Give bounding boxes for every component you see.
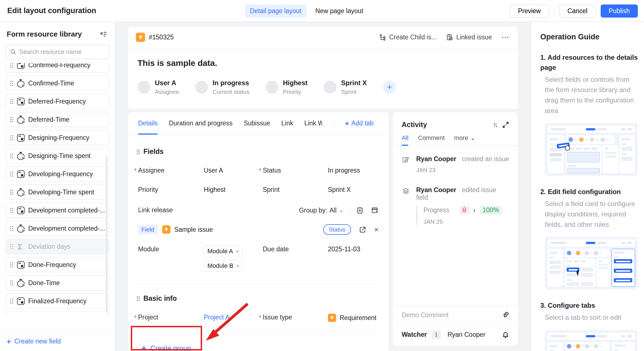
status-pill-button[interactable]: Status <box>323 224 351 235</box>
changed-field-name: Progress <box>423 206 449 214</box>
list-item[interactable]: Deviation days <box>6 239 109 254</box>
search-box <box>6 45 109 59</box>
activity-user[interactable]: Ryan Cooper <box>416 155 456 163</box>
publish-button[interactable]: Publish <box>601 4 638 18</box>
detail-tab[interactable]: Subissue <box>244 112 270 135</box>
drag-handle-icon[interactable] <box>136 149 140 154</box>
sort-order-icon[interactable]: ↑↓ <box>493 121 496 129</box>
field-value-due-date: 2025-11-03 <box>328 245 378 253</box>
list-item[interactable]: Development completed-... <box>6 203 109 218</box>
expand-icon[interactable] <box>502 121 509 128</box>
comment-input[interactable] <box>402 311 502 319</box>
key-field-chip[interactable]: Highest Priority <box>266 79 307 95</box>
list-item[interactable]: Designing-Frequency <box>6 130 109 145</box>
drag-handle-icon[interactable] <box>136 296 140 301</box>
drag-handle-icon[interactable] <box>10 80 13 86</box>
detail-tab[interactable]: Duration and progress <box>169 112 233 135</box>
list-item[interactable]: Developing-Time spent <box>6 185 109 200</box>
sidebar-scrollbar[interactable] <box>106 156 108 312</box>
list-item-label: Designing-Time spent <box>28 152 91 160</box>
list-item[interactable]: Confirmed-Frequency <box>6 63 109 73</box>
tab-new-page-layout[interactable]: New page layout <box>310 4 368 18</box>
search-input[interactable] <box>19 48 105 56</box>
activity-title: Activity <box>402 121 427 129</box>
detail-tabs: Details Duration and progress Subissue L… <box>128 112 389 135</box>
drag-handle-icon[interactable] <box>10 153 13 159</box>
preview-button[interactable]: Preview <box>510 4 549 18</box>
group-by-dropdown[interactable]: Group by: All ⌄ <box>299 207 344 214</box>
detail-tab[interactable]: Details <box>138 112 158 135</box>
more-actions-icon[interactable]: ⋯ <box>501 33 510 42</box>
collapse-library-icon[interactable] <box>100 30 107 38</box>
module-chip[interactable]: Module A × <box>204 245 243 257</box>
drag-handle-icon[interactable] <box>10 262 13 268</box>
drag-handle-icon[interactable] <box>10 99 13 104</box>
layers-icon <box>402 186 410 225</box>
list-item[interactable]: Confirmed-Time <box>6 76 109 91</box>
attachment-icon[interactable] <box>502 311 509 319</box>
add-tab-button[interactable]: + Add tab <box>345 120 373 127</box>
add-linked-item-icon[interactable] <box>356 207 364 214</box>
field-label-status[interactable]: Status <box>263 167 328 174</box>
activity-user[interactable]: Ryan Cooper <box>416 186 456 194</box>
create-child-issue-button[interactable]: Create Child is... <box>379 34 437 41</box>
field-label-priority[interactable]: Priority <box>138 186 204 194</box>
list-item[interactable]: Deferred-Time <box>6 112 109 127</box>
key-field-value: User A <box>155 79 179 87</box>
list-item[interactable]: Done-Time <box>6 275 109 290</box>
list-item[interactable]: Developing-Frequency <box>6 166 109 182</box>
drag-handle-icon[interactable] <box>10 63 13 68</box>
key-field-chip[interactable]: In progress Current status <box>195 79 249 95</box>
watcher-name[interactable]: Ryan Cooper <box>448 331 486 338</box>
field-label-issue-type[interactable]: Issue type <box>263 314 328 321</box>
open-in-new-icon[interactable] <box>359 226 366 233</box>
list-item[interactable]: Designing-Time spent <box>6 148 109 163</box>
linked-issue-button[interactable]: Linked issue <box>446 34 492 41</box>
detail-tab[interactable]: Link Wil <box>304 112 322 135</box>
create-group-button[interactable]: + Create group <box>141 344 389 351</box>
create-new-field-button[interactable]: + Create new field <box>7 338 61 345</box>
field-label-link-release[interactable]: Link release <box>138 206 204 214</box>
activity-tab-more[interactable]: more ⌄ <box>454 134 475 145</box>
detail-tab[interactable]: Link <box>281 112 293 135</box>
drag-handle-icon[interactable] <box>10 298 13 304</box>
tab-detail-page-layout[interactable]: Detail page layout <box>245 4 306 18</box>
guide-title: Operation Guide <box>540 33 639 41</box>
field-label-due-date[interactable]: Due date <box>263 245 328 253</box>
drag-handle-icon[interactable] <box>10 117 13 123</box>
list-item[interactable]: Finalized-Frequency <box>6 293 109 309</box>
field-label-assignee[interactable]: Assignee <box>138 167 204 174</box>
linked-sample-issue-row[interactable]: Field Sample issue Status × <box>128 224 389 235</box>
requirement-icon <box>328 314 336 322</box>
add-key-field-button[interactable]: + <box>383 81 396 94</box>
field-label-module[interactable]: Module <box>138 245 204 253</box>
drag-handle-icon[interactable] <box>10 207 13 213</box>
cancel-button[interactable]: Cancel <box>559 4 596 18</box>
activity-tab[interactable]: All <box>402 134 408 145</box>
key-field-chip[interactable]: User A Assignee <box>138 79 179 95</box>
drag-handle-icon[interactable] <box>10 244 13 250</box>
remove-chip-icon[interactable]: × <box>236 263 240 269</box>
list-item[interactable]: Done-Frequency <box>6 257 109 272</box>
view-settings-icon[interactable] <box>371 207 378 214</box>
module-chip[interactable]: Module B × <box>204 260 243 272</box>
field-label-project[interactable]: Project <box>138 314 204 321</box>
drag-handle-icon[interactable] <box>10 189 13 195</box>
close-icon[interactable]: × <box>374 225 378 234</box>
list-item[interactable]: Development completed-... <box>6 221 109 236</box>
activity-tab[interactable]: Comment <box>418 134 444 145</box>
drag-handle-icon[interactable] <box>10 280 13 286</box>
field-value-project[interactable]: Project A <box>204 314 263 321</box>
drag-handle-icon[interactable] <box>10 171 13 177</box>
bell-icon[interactable] <box>502 331 509 338</box>
key-field-chip[interactable]: Sprint X Sprint <box>324 79 367 95</box>
field-label-sprint[interactable]: Sprint <box>263 186 328 194</box>
drag-handle-icon[interactable] <box>10 226 13 231</box>
frequency-icon <box>17 297 25 305</box>
remove-chip-icon[interactable]: × <box>236 248 239 255</box>
drag-handle-icon[interactable] <box>10 135 13 141</box>
requirement-icon <box>136 33 145 42</box>
list-item[interactable]: Deferred-Frequency <box>6 94 109 109</box>
time-icon <box>17 153 25 160</box>
divider <box>333 120 334 127</box>
